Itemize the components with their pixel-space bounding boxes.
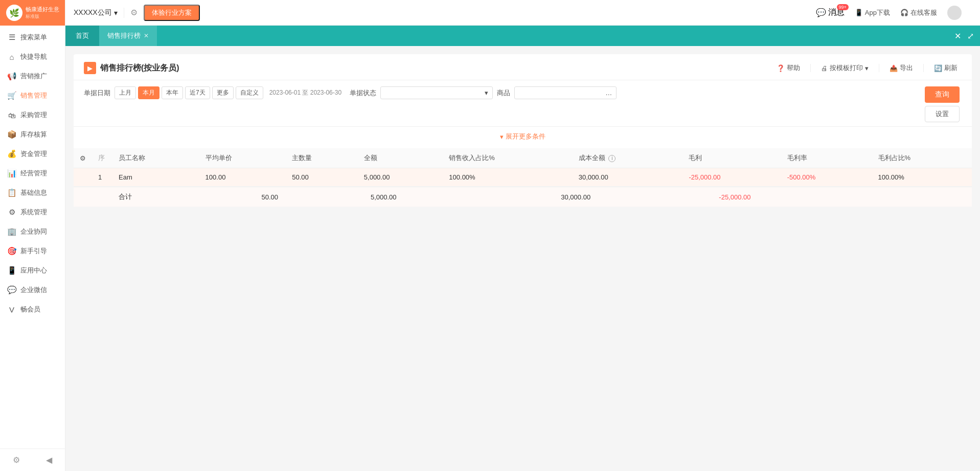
- tab-sales-ranking[interactable]: 销售排行榜 ✕: [99, 26, 157, 46]
- company-selector[interactable]: XXXXX公司 ▾: [74, 8, 118, 17]
- page-header: ▶ 销售排行榜(按业务员) ❓ 帮助 🖨 按模板打印 ▾: [74, 54, 972, 80]
- sidebar-item-inventory[interactable]: 📦库存核算: [0, 125, 65, 144]
- query-btn[interactable]: 查询: [925, 86, 960, 103]
- print-btn[interactable]: 🖨 按模板打印 ▾: [817, 61, 873, 75]
- date-prev-btn[interactable]: 上月: [115, 86, 136, 99]
- help-icon: ❓: [777, 64, 785, 72]
- sidebar-item-search-order[interactable]: ☰搜索菜单: [0, 28, 65, 47]
- tabbar-right: ✕ ⤢: [948, 26, 980, 46]
- export-icon: 📤: [890, 64, 898, 72]
- sidebar-label-operation: 经营管理: [20, 169, 47, 178]
- col-amount: 全额: [358, 148, 443, 168]
- cell-settings: [74, 168, 92, 187]
- sidebar-label-sales: 销售管理: [20, 91, 47, 100]
- logo-icon: 🌿: [6, 5, 22, 21]
- cost-info-icon[interactable]: i: [608, 155, 616, 162]
- date-custom-btn[interactable]: 自定义: [236, 86, 263, 99]
- sidebar-item-sales[interactable]: 🛒销售管理: [0, 86, 65, 105]
- sidebar-collapse-btn[interactable]: ◀: [42, 453, 56, 467]
- sidebar-item-operation[interactable]: 📊经营管理: [0, 164, 65, 183]
- tab-expand-btn[interactable]: ⤢: [967, 31, 974, 41]
- footer-spacer1: [74, 187, 92, 207]
- col-avg-price: 平均单价: [199, 148, 286, 168]
- cell-amount: 5,000.00: [358, 168, 443, 187]
- action-divider-2: [879, 64, 879, 72]
- footer-row: 合计 50.00 5,000.00 30,000.00 -25,000.00: [74, 187, 972, 207]
- print-icon: 🖨: [821, 64, 828, 72]
- msg-btn[interactable]: 💬 消息 99+: [816, 7, 845, 18]
- sidebar-item-quick-nav[interactable]: ⌂快捷导航: [0, 47, 65, 66]
- topbar-settings-icon[interactable]: ⚙: [130, 8, 138, 17]
- date-year-btn[interactable]: 本年: [162, 86, 183, 99]
- cell-cost: 30,000.00: [573, 168, 683, 187]
- settings-btn[interactable]: 设置: [925, 106, 960, 122]
- avatar[interactable]: [947, 6, 962, 20]
- footer-sales-pct: [509, 187, 555, 207]
- action-divider-3: [923, 64, 924, 72]
- sidebar-item-purchase[interactable]: 🛍采购管理: [0, 105, 65, 125]
- filter-bar: 单据日期 上月 本月 本年 近7天 更多 自定义 2023-06-01 至 20…: [74, 80, 972, 122]
- sidebar-item-basic[interactable]: 📋基础信息: [0, 183, 65, 203]
- logo-text: 畅康通好生意: [26, 6, 59, 13]
- sidebar-item-wechat[interactable]: 💬企业微信: [0, 280, 65, 300]
- logo-sub: 标准版: [26, 13, 59, 20]
- sidebar-icon-finance: 💰: [7, 149, 16, 159]
- export-btn[interactable]: 📤 导出: [885, 61, 917, 75]
- sidebar-item-member[interactable]: V畅会员: [0, 300, 65, 319]
- goods-input[interactable]: …: [514, 86, 617, 99]
- date-7-btn[interactable]: 近7天: [185, 86, 210, 99]
- sidebar-label-quick-nav: 快捷导航: [20, 52, 47, 61]
- company-name: XXXXX公司: [74, 8, 112, 17]
- sidebar-settings-btn[interactable]: ⚙: [9, 453, 24, 467]
- cell-gross: -25,000.00: [682, 168, 781, 187]
- sidebar-label-member: 畅会员: [20, 305, 40, 314]
- page-card: ▶ 销售排行榜(按业务员) ❓ 帮助 🖨 按模板打印 ▾: [74, 54, 972, 207]
- sidebar-icon-enterprise: 🏢: [7, 227, 16, 236]
- msg-icon: 💬: [816, 8, 826, 17]
- footer-spacer2: [92, 187, 112, 207]
- sidebar-bottom: ⚙ ◀: [0, 448, 65, 471]
- filter-expand-row: ▾ 展开更多条件: [74, 126, 972, 148]
- sidebar-item-appcenter[interactable]: 📱应用中心: [0, 261, 65, 280]
- sidebar-icon-system: ⚙: [7, 208, 16, 217]
- page-back-btn[interactable]: ▶: [84, 62, 96, 74]
- sidebar-label-wechat: 企业微信: [20, 285, 47, 295]
- page-title: 销售排行榜(按业务员): [100, 63, 179, 74]
- footer-avg: [209, 187, 256, 207]
- app-label: App下载: [865, 8, 890, 17]
- trial-btn[interactable]: 体验行业方案: [144, 5, 200, 21]
- date-cur-btn[interactable]: 本月: [138, 86, 159, 99]
- col-settings[interactable]: ⚙: [74, 148, 92, 168]
- date-more-btn[interactable]: 更多: [212, 86, 234, 99]
- expand-more-btn[interactable]: ▾ 展开更多条件: [492, 129, 554, 144]
- goods-label: 商品: [497, 88, 510, 98]
- sidebar-label-search-order: 搜索菜单: [20, 33, 47, 42]
- cell-quantity: 50.00: [286, 168, 358, 187]
- sales-table: ⚙ 序 员工名称 平均单价 主数量 全额 销售收入占比% 成本全额 i 毛利: [74, 148, 972, 187]
- sidebar-item-system[interactable]: ⚙系统管理: [0, 203, 65, 222]
- footer-quantity: 50.00: [255, 187, 364, 207]
- footer-cost: 30,000.00: [555, 187, 713, 207]
- sidebar-icon-wechat: 💬: [7, 285, 16, 295]
- sidebar-item-enterprise[interactable]: 🏢企业协同: [0, 222, 65, 241]
- date-range: 2023-06-01 至 2023-06-30: [269, 88, 341, 97]
- sidebar-item-marketing[interactable]: 📢营销推广: [0, 66, 65, 86]
- tab-home[interactable]: 首页: [65, 26, 99, 46]
- tab-close-btn[interactable]: ✕: [954, 31, 961, 41]
- refresh-btn[interactable]: 🔄 刷新: [930, 61, 962, 75]
- cell-gross-pct: 100.00%: [872, 168, 972, 187]
- app-download-btn[interactable]: 📱 App下载: [855, 8, 890, 17]
- service-btn[interactable]: 🎧 在线客服: [900, 8, 937, 17]
- status-select[interactable]: ▾: [380, 86, 493, 99]
- cell-sales-pct: 100.00%: [443, 168, 572, 187]
- tab-close-icon[interactable]: ✕: [144, 32, 149, 39]
- action-btn-group: 查询 设置: [925, 86, 962, 122]
- col-quantity: 主数量: [286, 148, 358, 168]
- status-label: 单据状态: [350, 88, 376, 98]
- cell-no: 1: [92, 168, 112, 187]
- sidebar-icon-inventory: 📦: [7, 130, 16, 139]
- sidebar-item-finance[interactable]: 💰资金管理: [0, 144, 65, 164]
- date-filter-group: 上月 本月 本年 近7天 更多 自定义: [115, 86, 263, 99]
- sidebar-item-guide[interactable]: 🎯新手引导: [0, 241, 65, 261]
- help-btn[interactable]: ❓ 帮助: [772, 61, 804, 75]
